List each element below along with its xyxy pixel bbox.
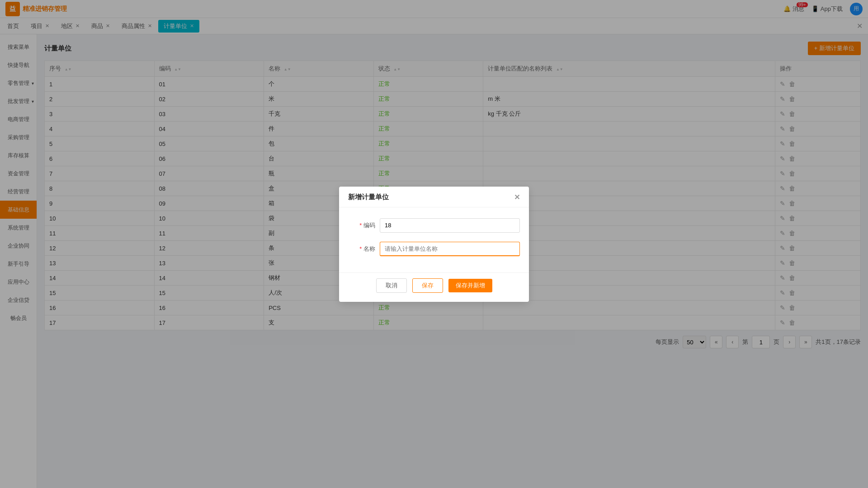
save-button[interactable]: 保存 <box>412 278 443 293</box>
code-input[interactable] <box>380 218 520 233</box>
form-label-name: * 名称 <box>348 245 375 253</box>
add-unit-modal: 新增计量单位 ✕ * 编码 * 名称 取消 保存 保存并新增 <box>339 187 529 302</box>
form-row-code: * 编码 <box>348 218 520 233</box>
cancel-button[interactable]: 取消 <box>376 278 407 293</box>
required-mark-name: * <box>359 245 362 252</box>
required-mark-code: * <box>359 222 362 229</box>
name-input[interactable] <box>380 242 520 256</box>
modal-header: 新增计量单位 ✕ <box>339 187 529 207</box>
modal-close-button[interactable]: ✕ <box>514 193 520 202</box>
modal-footer: 取消 保存 保存并新增 <box>339 272 529 302</box>
form-label-code: * 编码 <box>348 221 375 230</box>
save-and-new-button[interactable]: 保存并新增 <box>448 279 492 292</box>
modal-overlay[interactable]: 新增计量单位 ✕ * 编码 * 名称 取消 保存 保存并新增 <box>0 0 868 488</box>
form-row-name: * 名称 <box>348 242 520 256</box>
modal-body: * 编码 * 名称 <box>339 207 529 272</box>
modal-title: 新增计量单位 <box>348 193 389 202</box>
